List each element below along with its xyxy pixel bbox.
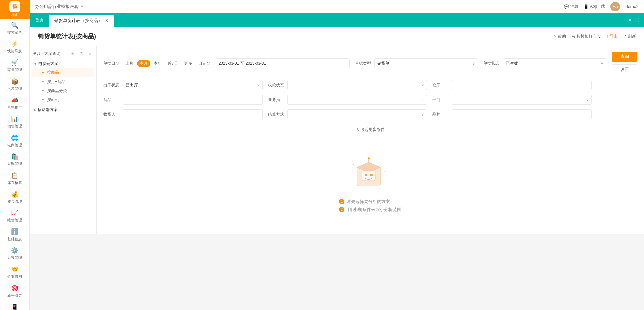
svg-point-4: [370, 174, 373, 176]
scheme-add-icon[interactable]: ＋: [69, 50, 76, 57]
print-icon: 🖨: [571, 34, 575, 39]
out-status-select[interactable]: 已出库 ∨: [123, 80, 263, 90]
app-center-icon: 📱: [11, 303, 18, 310]
app-download-button[interactable]: 📱 App下载: [584, 4, 605, 9]
query-button[interactable]: 查询: [612, 52, 637, 62]
tab-controls: ✕ ⛶: [623, 18, 644, 23]
message-icon: 💬: [564, 4, 569, 9]
logo-icon: 畅: [9, 1, 20, 12]
app-logo[interactable]: 畅 标账: [0, 0, 30, 19]
scheme-settings-icon[interactable]: ⊙: [78, 50, 85, 57]
sidebar-item-quick-nav[interactable]: ⚡ 快捷导航: [0, 38, 29, 56]
tab-expand-icon[interactable]: ⛶: [634, 18, 639, 23]
print-button[interactable]: 🖨 按模板打印 ∨: [571, 34, 601, 39]
page: 销货单统计表(按商品) ? 帮助 🖨 按模板打印 ∨ ↑ 导出 ↺ 刷新: [30, 27, 644, 310]
scheme-item-by-month-product[interactable]: ≡ 按月+商品: [32, 77, 94, 86]
basics-icon: ℹ️: [11, 228, 18, 236]
tab-home[interactable]: 首页: [30, 13, 49, 27]
scheme-group-pc-header[interactable]: ▼ 电脑端方案: [32, 60, 94, 68]
date-btn-custom[interactable]: 自定义: [196, 60, 213, 67]
sidebar-item-label: 销售管理: [7, 124, 22, 129]
operations-icon: 📈: [11, 209, 18, 217]
filter-item-settlement: 结算方式 ∨: [268, 109, 427, 119]
date-btn-more[interactable]: 更多: [181, 60, 195, 67]
doc-type-select[interactable]: 销货单 ∨: [374, 58, 478, 68]
scheme-item-by-product[interactable]: ● 按商品: [32, 68, 94, 77]
payment-status-select[interactable]: ∨: [287, 80, 427, 90]
date-btn-this-month[interactable]: 本月: [137, 60, 150, 67]
date-range-input[interactable]: 2023-03-01 至 2023-03-31: [216, 58, 350, 68]
sidebar-item-label: 企业协同: [7, 274, 22, 279]
warehouse-input[interactable]: ···: [452, 80, 592, 90]
filter-item-date: 单据日期 上月 本月 本年 近7天 更多 自定义 2023-03-01 至 20…: [103, 58, 350, 68]
filter-item-warehouse: 仓库 ···: [432, 80, 592, 90]
export-button[interactable]: ↑ 导出: [606, 34, 618, 39]
date-quick-buttons: 上月 本月 本年 近7天 更多 自定义: [123, 58, 213, 68]
scheme-group-mobile-header[interactable]: ▶ 移动端方案: [32, 106, 94, 114]
date-btn-this-year[interactable]: 本年: [151, 60, 164, 67]
svg-rect-2: [362, 171, 375, 181]
salesperson-input[interactable]: ···: [287, 95, 427, 105]
scheme-collapse-icon[interactable]: «: [87, 50, 94, 57]
tab-close-button[interactable]: ✕: [105, 18, 108, 23]
scheme-item-by-category[interactable]: ≡ 按商品分类: [32, 86, 94, 95]
sidebar-item-inventory[interactable]: 📋 库存核算: [0, 169, 29, 188]
scheme-item-by-cashier[interactable]: ≡ 按司机: [32, 95, 94, 104]
doc-type-value: 销货单: [377, 61, 389, 66]
sidebar-item-search[interactable]: 🔍 搜索菜单: [0, 19, 29, 38]
help-button[interactable]: ? 帮助: [554, 34, 566, 39]
date-label: 单据日期: [103, 61, 120, 66]
chevron-right-icon: ▶: [34, 108, 36, 112]
sidebar-item-retail[interactable]: 🛒 零售管理: [0, 56, 29, 75]
sidebar-item-label: 库存核算: [7, 180, 22, 185]
sidebar-item-operations[interactable]: 📈 经营管理: [0, 207, 29, 225]
user-avatar[interactable]: Ea: [610, 2, 620, 11]
sidebar-item-ecommerce[interactable]: 🌐 电商管理: [0, 132, 29, 150]
refresh-button[interactable]: ↺ 刷新: [623, 34, 636, 39]
message-button[interactable]: 💬 消息: [564, 4, 578, 9]
filter-row-2: 出库状态 已出库 ∨ 收款状态 ∨: [103, 80, 637, 90]
sidebar-item-marketing[interactable]: 📣 营销推广: [0, 94, 29, 113]
sidebar-item-system[interactable]: ⚙️ 系统管理: [0, 244, 29, 263]
brand-input[interactable]: ···: [452, 109, 592, 119]
sidebar-item-wholesale[interactable]: 📦 批发管理: [0, 75, 29, 94]
tabbar: 首页 销货单统计表（按商品） ✕ ✕ ⛶: [30, 13, 644, 27]
scheme-group-mobile: ▶ 移动端方案: [32, 106, 94, 114]
brand-label: 品牌: [432, 112, 449, 117]
scheme-item-label: 按商品分类: [47, 88, 67, 94]
warehouse-label: 仓库: [432, 82, 449, 88]
sidebar-item-purchase[interactable]: 🛍️ 采购管理: [0, 150, 29, 169]
empty-state: ✦ ✦ ✦ 1 请先选择要分析的方案 2 用[过滤]条件来缩小分析范围: [97, 137, 644, 234]
date-btn-7days[interactable]: 近7天: [165, 60, 181, 67]
filter-item-brand: 品牌 ···: [432, 109, 592, 119]
filter-row-1: 单据日期 上月 本月 本年 近7天 更多 自定义 2023-03-01 至 20…: [103, 52, 637, 75]
doc-status-select[interactable]: 已生效 ∨: [503, 58, 606, 68]
sidebar-item-label: 系统管理: [7, 255, 22, 260]
collapse-more-conditions[interactable]: ∧ 收起更多条件: [103, 124, 637, 135]
product-label: 商品: [103, 97, 120, 103]
sidebar-item-app-center[interactable]: 📱 应用中心: [0, 301, 29, 310]
refresh-label: 刷新: [628, 34, 636, 39]
system-icon: ⚙️: [11, 247, 18, 254]
step-num-1: 1: [339, 199, 344, 204]
settlement-select[interactable]: ∨: [287, 109, 427, 119]
sidebar-item-onboarding[interactable]: 🎯 新手引导: [0, 282, 29, 301]
tab-sales-stat[interactable]: 销货单统计表（按商品） ✕: [49, 15, 114, 27]
settings-button[interactable]: 设置: [612, 64, 637, 75]
help-icon: ?: [554, 34, 556, 39]
tab-close-all-icon[interactable]: ✕: [628, 18, 632, 23]
recipient-input[interactable]: ···: [123, 109, 263, 119]
filter-item-doc-status: 单据状态 已生效 ∨: [483, 58, 606, 68]
sidebar-item-sales[interactable]: 📊 销售管理: [0, 113, 29, 132]
department-select[interactable]: ∨: [452, 95, 592, 105]
user-avatar-text: Ea: [613, 4, 618, 9]
sidebar-item-enterprise[interactable]: 🤝 企业协同: [0, 263, 29, 282]
filter-item-salesperson: 业务员 ···: [268, 95, 427, 105]
date-btn-last-month[interactable]: 上月: [123, 60, 136, 67]
sidebar-item-finance[interactable]: 💰 资金管理: [0, 188, 29, 207]
product-input[interactable]: ···: [123, 95, 263, 105]
chevron-down-icon: ∨: [80, 4, 83, 9]
main-content: 按以下方案查询 ＋ ⊙ « ▼ 电脑端方案 ● 按商品: [30, 46, 644, 234]
chevron-down-icon: ∨: [421, 112, 424, 117]
sidebar-item-basics[interactable]: ℹ️ 基础信息: [0, 225, 29, 244]
